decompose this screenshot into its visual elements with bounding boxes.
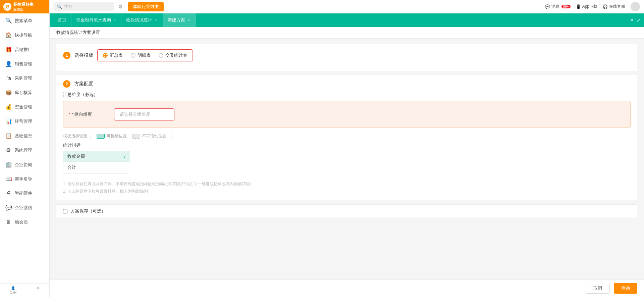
app-download-label: App下载 bbox=[582, 4, 597, 9]
radio-detail-circle bbox=[131, 53, 136, 58]
draggable-block bbox=[97, 134, 105, 139]
sidebar-item-search-menu[interactable]: 🔍 搜索菜单 bbox=[0, 13, 49, 28]
sidebar-item-finance[interactable]: 💰 资金管理 bbox=[0, 100, 49, 114]
logo-sub: 标准版 bbox=[13, 7, 34, 12]
tip2-text: 2. 点击标题栏下拉可设置排序、插入列和删除列 bbox=[63, 189, 148, 194]
sidebar-item-purchase[interactable]: 🛍 采购管理 bbox=[0, 71, 49, 85]
tab-home-label: 首页 bbox=[58, 17, 66, 23]
sidebar-item-label: 基础信息 bbox=[15, 133, 32, 139]
topbar-search-box[interactable]: 🔍 搜索 bbox=[54, 2, 114, 11]
radio-summary[interactable]: 汇总表 bbox=[103, 52, 123, 58]
tabbar-actions: ✕ ⤢ bbox=[630, 17, 644, 23]
shopping-icon: 🛍 bbox=[5, 75, 11, 81]
sidebar-item-label: 企业协同 bbox=[15, 162, 32, 168]
sidebar-item-operations[interactable]: 📊 经营管理 bbox=[0, 114, 49, 129]
sidebar-footer-left[interactable]: 👤 CaR bbox=[10, 286, 16, 294]
online-service-button[interactable]: 🎧 在线客服 bbox=[603, 4, 625, 9]
sidebar-item-enterprise[interactable]: 🏢 企业协同 bbox=[0, 157, 49, 172]
sidebar-item-system[interactable]: ⚙ 系统管理 bbox=[0, 143, 49, 157]
tab-bank-flow[interactable]: 现金银行流水查询 × bbox=[71, 13, 121, 27]
save-section: 方案保存（可选） bbox=[56, 204, 637, 217]
sidebar-footer-right[interactable]: ⚙ bbox=[36, 286, 39, 294]
step1-row: 1 选择模板 汇总表 明细表 交叉统计表 bbox=[63, 49, 631, 61]
save-label: 方案保存（可选） bbox=[71, 208, 106, 214]
page-header: 收款情况统计方案设置 bbox=[50, 27, 644, 39]
book-icon: 📖 bbox=[5, 176, 11, 182]
dimension-area: * * 纵向维度 —— 请选择分组维度 bbox=[63, 101, 631, 128]
tab-close-all-icon[interactable]: ✕ bbox=[630, 17, 634, 23]
template-radio-group: 汇总表 明细表 交叉统计表 bbox=[97, 49, 193, 61]
topbar-right: 💬 消息 99+ 📱 App下载 🎧 在线客服 bbox=[545, 2, 640, 11]
message-label: 消息 bbox=[551, 4, 559, 9]
logo-icon: 好 bbox=[3, 3, 11, 11]
sidebar-item-label: 资金管理 bbox=[15, 104, 32, 110]
dimension-section-title: 汇总维度（必选） bbox=[63, 92, 631, 98]
sidebar-item-label: 经营管理 bbox=[15, 118, 32, 125]
radio-cross[interactable]: 交叉统计表 bbox=[159, 52, 187, 58]
vertical-dimension-label: * * 纵向维度 bbox=[69, 111, 92, 117]
tab-bank-flow-close[interactable]: × bbox=[113, 17, 116, 23]
sidebar-item-label: 销售管理 bbox=[15, 61, 32, 67]
download-icon: 📱 bbox=[576, 4, 581, 9]
dimension-selector[interactable]: 请选择分组维度 bbox=[114, 108, 174, 120]
messages-button[interactable]: 💬 消息 99+ bbox=[545, 4, 571, 9]
tab-maximize-icon[interactable]: ⤢ bbox=[637, 17, 641, 23]
cancel-button[interactable]: 取消 bbox=[586, 283, 610, 294]
home-icon: 🏠 bbox=[5, 32, 11, 38]
radio-summary-label: 汇总表 bbox=[110, 52, 123, 58]
fixed-hint-label: 不可拖动位置 bbox=[142, 133, 166, 139]
metrics-table: 收款金额 ∨ 合计 bbox=[63, 151, 130, 174]
metrics-header-text: 模板指标设定（ bbox=[63, 133, 91, 139]
message-badge: 99+ bbox=[561, 5, 571, 8]
draggable-hint-item: 可拖动位置 bbox=[97, 133, 127, 139]
search-icon: 🔍 bbox=[57, 4, 62, 9]
fixed-hint-item: 不可拖动位置 bbox=[132, 133, 166, 139]
tab-home[interactable]: 首页 bbox=[53, 13, 71, 27]
tab-bank-flow-label: 现金银行流水查询 bbox=[76, 17, 111, 23]
radio-cross-label: 交叉统计表 bbox=[165, 52, 187, 58]
app-download-button[interactable]: 📱 App下载 bbox=[576, 4, 597, 9]
chevron-down-icon[interactable]: ∨ bbox=[123, 154, 126, 159]
radio-detail[interactable]: 明细表 bbox=[131, 52, 151, 58]
settings-icon[interactable]: ⚙ bbox=[118, 3, 123, 10]
tip1-text: 1. 拖动标题栏可以调整布局，不可跨维度或指标区域拖动栏目字段(只能在同一维度或… bbox=[63, 182, 251, 186]
query-button[interactable]: 查询 bbox=[614, 283, 637, 294]
sidebar-item-newbie[interactable]: 📖 新手引导 bbox=[0, 172, 49, 186]
gift-icon: 🎁 bbox=[5, 46, 11, 53]
tab-collection-stat[interactable]: 收款情况统计 × bbox=[121, 13, 163, 27]
message-icon: 💬 bbox=[545, 4, 550, 9]
user-avatar[interactable] bbox=[631, 2, 640, 11]
vertical-label-text: * 纵向维度 bbox=[72, 112, 92, 117]
metrics-table-header[interactable]: 收款金额 ∨ bbox=[63, 151, 130, 162]
metrics-header-close: ） bbox=[172, 133, 176, 139]
save-checkbox[interactable] bbox=[63, 209, 67, 213]
search-icon: 🔍 bbox=[5, 17, 11, 24]
step2-card: 2 方案配置 汇总维度（必选） * * 纵向维度 —— 请选择分组维度 bbox=[56, 75, 637, 200]
main-area: 🔍 搜索 ⚙ 体验行业方案 💬 消息 99+ 📱 App下载 🎧 在线客服 首页 bbox=[50, 0, 644, 297]
tab-collection-stat-label: 收款情况统计 bbox=[126, 17, 152, 23]
sidebar-item-wechat[interactable]: 💬 企业微信 bbox=[0, 200, 49, 215]
sidebar-item-vip[interactable]: ♛ 畅会员 bbox=[0, 215, 49, 229]
sidebar-item-marketing[interactable]: 🎁 营销推广 bbox=[0, 42, 49, 57]
sidebar-item-sales[interactable]: 👤 销售管理 bbox=[0, 57, 49, 71]
dimension-arrow: —— bbox=[99, 112, 107, 117]
industry-plan-button[interactable]: 体验行业方案 bbox=[128, 2, 164, 11]
list-icon: 📋 bbox=[5, 133, 11, 139]
sidebar-item-basic-info[interactable]: 📋 基础信息 bbox=[0, 129, 49, 143]
metrics-table-row: 合计 bbox=[63, 162, 130, 173]
metrics-section-title: 统计指标 bbox=[63, 142, 631, 148]
tab-new-plan[interactable]: 新建方案 × bbox=[163, 13, 196, 27]
metrics-hint: 模板指标设定（ 可拖动位置 不可拖动位置 ） bbox=[63, 133, 631, 139]
step1-number: 1 bbox=[63, 52, 70, 59]
content-area: 收款情况统计方案设置 1 选择模板 汇总表 明细表 bbox=[50, 27, 644, 297]
tab-new-plan-close[interactable]: × bbox=[187, 17, 191, 23]
sidebar-item-inventory[interactable]: 📦 库存核算 bbox=[0, 85, 49, 100]
tip2: 2. 点击标题栏下拉可设置排序、插入列和删除列 bbox=[63, 188, 631, 195]
sidebar-item-quick-nav[interactable]: 🏠 快捷导航 bbox=[0, 28, 49, 42]
radio-detail-label: 明细表 bbox=[138, 52, 151, 58]
person-icon: 👤 bbox=[5, 61, 11, 67]
tab-collection-stat-close[interactable]: × bbox=[154, 17, 158, 23]
sidebar-item-smart-hw[interactable]: 🖨 智能硬件 bbox=[0, 186, 49, 200]
sidebar-item-label: 库存核算 bbox=[15, 90, 32, 96]
sidebar-item-label: 新手引导 bbox=[15, 176, 32, 182]
